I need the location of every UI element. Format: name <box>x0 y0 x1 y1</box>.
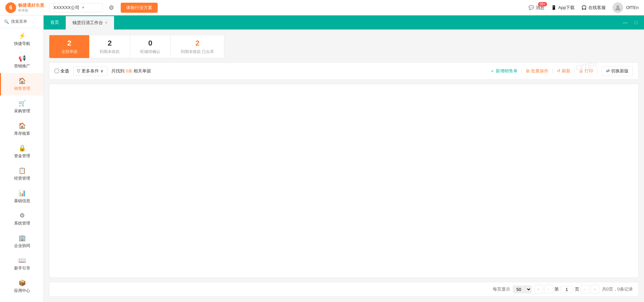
tab-workbench[interactable]: 钱货日清工作台 × <box>66 15 114 29</box>
company-name: XXXXXX公司 <box>53 5 79 11</box>
select-all-checkbox[interactable]: 全选 <box>55 68 69 74</box>
maximize-icon: □ <box>635 20 637 25</box>
sidebar-item-enterprise[interactable]: 🏢 企业协同 <box>0 230 43 253</box>
per-page-label: 每页显示 <box>493 286 510 292</box>
sidebar-item-label: 资金管理 <box>14 153 30 159</box>
stat-tab-all[interactable]: 2 全部单据 <box>49 35 90 58</box>
next-page-button[interactable]: › <box>581 285 589 294</box>
company-selector[interactable]: XXXXXX公司 ▼ <box>49 3 103 12</box>
add-sales-button[interactable]: ＋ 新增销售单 <box>490 68 518 74</box>
stat-num-overdue-unpaid: 2 <box>100 39 120 48</box>
sidebar-item-label: 应用中心 <box>14 288 30 294</box>
sidebar-item-basic-info[interactable]: 📊 基础信息 <box>0 185 43 208</box>
sidebar-item-label: 企业协同 <box>14 243 30 249</box>
system-icon: ⚙ <box>19 212 25 219</box>
sidebar-item-quick-nav[interactable]: ⚡ 快捷导航 <box>0 28 43 51</box>
stat-label-overdue-unshipped: 到期未收款 已出库 <box>181 49 214 55</box>
online-service-button[interactable]: 🎧 在线客服 <box>581 5 606 11</box>
page-number-input[interactable] <box>560 286 574 293</box>
sidebar-item-marketing[interactable]: 📢 营销推广 <box>0 51 43 73</box>
sidebar-item-wechat[interactable]: 💬 企业微信 <box>0 298 43 302</box>
svg-point-0 <box>616 5 619 8</box>
tab-maximize-button[interactable]: □ <box>631 18 641 27</box>
print-button[interactable]: 🖨 打印 <box>579 68 593 74</box>
dropdown-arrow: ∨ <box>100 68 104 73</box>
page-text: 第 <box>554 286 559 292</box>
marketing-icon: 📢 <box>18 55 26 62</box>
batch-op-label: 批量操作 <box>531 68 548 74</box>
batch-op-button[interactable]: ⊞ 批量操作 <box>526 68 548 74</box>
message-icon: 💬 <box>529 5 534 10</box>
minimize-icon: — <box>623 20 628 25</box>
quick-nav-icon: ⚡ <box>18 32 26 40</box>
user-name: OfTEn <box>626 5 639 10</box>
content-area: 首页 钱货日清工作台 × — □ 2 全部单据 <box>44 15 644 302</box>
refresh-label: 刷新 <box>562 68 571 74</box>
basic-info-icon: 📊 <box>18 189 26 197</box>
switch-icon: ⇄ <box>606 68 610 73</box>
search-menu-label: 搜索菜单 <box>11 19 27 24</box>
sidebar-item-system[interactable]: ⚙ 系统管理 <box>0 208 43 230</box>
user-area[interactable]: OfTEn <box>612 2 639 13</box>
tab-workbench-label: 钱货日清工作台 <box>72 20 103 26</box>
tab-controls: — □ <box>621 15 644 29</box>
tab-home[interactable]: 首页 <box>44 15 66 29</box>
sidebar-item-guide[interactable]: 📖 新手引导 <box>0 253 43 275</box>
stat-tab-overdue-unshipped[interactable]: 2 到期未收款 已出库 <box>171 35 224 58</box>
table-area <box>49 84 639 278</box>
filter-icon: ▽ <box>77 68 80 73</box>
sidebar-item-finance[interactable]: 🔒 资金管理 <box>0 140 43 163</box>
first-page-button[interactable]: « <box>534 285 543 294</box>
sidebar-item-operations[interactable]: 📋 经营管理 <box>0 163 43 185</box>
search-menu[interactable]: 🔍 搜索菜单 <box>0 15 43 28</box>
stat-label-all: 全部单据 <box>59 49 79 55</box>
sidebar-item-purchase[interactable]: 🛒 采购管理 <box>0 96 43 118</box>
per-page-select[interactable]: 50 20 100 200 <box>513 286 532 293</box>
print-icon: 🖨 <box>579 68 583 73</box>
sidebar-item-label: 采购管理 <box>14 108 30 114</box>
sidebar-item-label: 库存核算 <box>14 131 30 136</box>
stat-label-wangwang: 旺辅待确认 <box>140 49 160 55</box>
stat-num-overdue-unshipped: 2 <box>181 39 214 48</box>
sales-icon: 🏠 <box>18 77 26 84</box>
last-page-button[interactable]: » <box>591 285 599 294</box>
sidebar-item-label: 快捷导航 <box>14 41 30 47</box>
sidebar-item-label: 销售管理 <box>14 86 30 92</box>
refresh-icon: ↺ <box>557 68 560 73</box>
page-content: 2 全部单据 2 到期未收款 0 旺辅待确认 2 到期未收款 已出库 <box>44 29 644 302</box>
switch-version-button[interactable]: ⇄ 切换新版 <box>602 66 633 76</box>
inventory-icon: 🏠 <box>18 122 26 129</box>
sidebar-item-app-center[interactable]: 📦 应用中心 <box>0 275 43 298</box>
divider-3 <box>575 68 575 74</box>
select-all-label: 全选 <box>60 68 69 74</box>
switch-version-label: 切换新版 <box>611 68 629 74</box>
refresh-button[interactable]: ↺ 刷新 <box>557 68 571 74</box>
guide-icon: 📖 <box>18 257 26 264</box>
stats-tabs: 2 全部单据 2 到期未收款 0 旺辅待确认 2 到期未收款 已出库 <box>49 35 224 58</box>
tab-minimize-button[interactable]: — <box>621 18 630 27</box>
settings-button[interactable]: ⚙ <box>106 2 117 13</box>
tab-close-icon[interactable]: × <box>105 20 107 25</box>
app-download-button[interactable]: 📱 App下载 <box>551 5 575 11</box>
total-text: 共0页，0条记录 <box>602 286 633 292</box>
experience-button[interactable]: 体验行业方案 <box>121 3 158 13</box>
divider-1 <box>522 68 522 74</box>
found-count: 0条 <box>126 68 132 73</box>
logo-icon: 6 <box>5 2 16 13</box>
page-text-2: 页 <box>575 286 579 292</box>
more-conditions-button[interactable]: ▽ 更多条件 ∨ <box>73 66 107 76</box>
sidebar-item-sales[interactable]: 🏠 销售管理 <box>0 73 43 96</box>
stat-tab-wangwang[interactable]: 0 旺辅待确认 <box>130 35 171 58</box>
message-button[interactable]: 💬 消息 99+ <box>529 5 544 11</box>
add-icon: ＋ <box>490 68 494 74</box>
stat-tab-overdue-unpaid[interactable]: 2 到期未收款 <box>90 35 130 58</box>
service-icon: 🎧 <box>581 5 587 10</box>
prev-page-button[interactable]: ‹ <box>544 285 553 294</box>
found-text: 共找到 0条 相关单据 <box>111 68 151 74</box>
header-right: 💬 消息 99+ 📱 App下载 🎧 在线客服 OfTEn <box>529 2 639 13</box>
select-all-input[interactable] <box>55 69 59 73</box>
sidebar-item-label: 系统管理 <box>14 221 30 226</box>
brand-main: 畅捷通好生意 <box>18 3 44 8</box>
finance-icon: 🔒 <box>18 144 26 152</box>
sidebar-item-inventory[interactable]: 🏠 库存核算 <box>0 118 43 140</box>
